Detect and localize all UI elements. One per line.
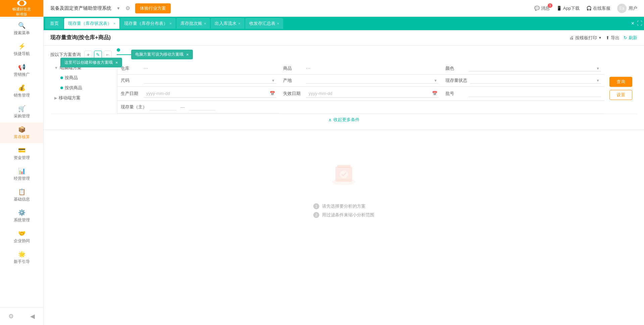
export-btn[interactable]: ⬆ 导出 (606, 35, 620, 41)
tab-batch-ledger[interactable]: 库存批次账 × (176, 18, 210, 29)
refresh-btn[interactable]: ↻ 刷新 (624, 35, 637, 41)
prod-date-input[interactable] (145, 90, 270, 97)
form-cell-size: 尺码 ▼ (117, 75, 280, 87)
sidebar-item-sales[interactable]: 💰 销售管理 (0, 81, 43, 102)
tooltip-desktop-close[interactable]: × (186, 52, 189, 57)
quick-nav-icon: ⚡ (18, 43, 25, 50)
sidebar-item-system-label: 系统管理 (14, 217, 30, 223)
logo-title: 畅通好生意 (12, 7, 31, 12)
sidebar-item-search[interactable]: 🔍 搜索菜单 (0, 18, 43, 39)
sidebar-item-purchase[interactable]: 🛒 采购管理 (0, 102, 43, 122)
tab-inout-flow-label: 出入库流水 (215, 20, 236, 26)
svg-rect-3 (337, 165, 351, 168)
page-content: 现存量查询(按仓库+商品) 🖨 按模板打印 ▼ ⬆ 导出 ↻ 刷新 (44, 30, 644, 325)
expiry-date-calendar-icon[interactable]: 📅 (432, 91, 437, 96)
header-settings-icon[interactable]: ⚙ (125, 5, 130, 11)
add-scheme-btn[interactable]: + (84, 51, 92, 59)
tab-close-all-icon[interactable]: × (631, 20, 634, 26)
collapse-row[interactable]: ∧ 收起更多条件 (50, 114, 637, 125)
sales-nav-icon: 💰 (18, 84, 25, 92)
settings-icon[interactable]: ⚙ (7, 311, 15, 322)
origin-dropdown[interactable]: ▼ (306, 78, 439, 84)
system-name: 装备及固定资产辅助管理系统 (50, 5, 111, 11)
batch-label: 批号 (445, 91, 466, 97)
app-download-btn[interactable]: 📱 App下载 (556, 5, 580, 11)
form-row-1: 仓库 ··· 商品 ··· 颜色 ▼ (117, 63, 604, 75)
size-dropdown[interactable]: ▼ (144, 78, 276, 84)
tab-fullscreen-icon[interactable]: ⛶ (637, 20, 642, 26)
sidebar-item-finance-label: 资金管理 (14, 155, 30, 161)
tab-inout-flow-close[interactable]: × (238, 21, 240, 25)
export-label: 导出 (611, 35, 620, 41)
sidebar-item-purchase-label: 采购管理 (14, 113, 30, 119)
goods-dots-icon[interactable]: ··· (306, 65, 310, 71)
sidebar-item-guide[interactable]: 🌟 新手引导 (0, 247, 43, 268)
scheme-mobile-group[interactable]: ▶ 移动端方案 (50, 93, 117, 103)
filter-label: 按以下方案查询 (50, 52, 81, 58)
tab-inventory-status-close[interactable]: × (113, 21, 115, 25)
expiry-date-input-wrap[interactable]: 📅 (306, 90, 439, 98)
sidebar-item-system[interactable]: ⚙️ 系统管理 (0, 206, 43, 226)
tab-inventory-status[interactable]: 现存量（库存状况表） × (64, 18, 119, 29)
tab-receive-summary[interactable]: 收发存汇总表 × (245, 18, 283, 29)
tab-home[interactable]: 首页 (45, 18, 63, 29)
expiry-date-input[interactable] (307, 90, 432, 97)
sidebar: 畅通好生意 标准版 🔍 搜索菜单 ⚡ 快捷导航 📢 营销推广 💰 销售管理 🛒 … (0, 0, 44, 325)
tab-inventory-dist-close[interactable]: × (169, 21, 171, 25)
sidebar-item-quick[interactable]: ⚡ 快捷导航 (0, 39, 43, 60)
tab-inventory-status-label: 现存量（库存状况表） (68, 20, 112, 26)
sidebar-item-operations[interactable]: 📊 经营管理 (0, 164, 43, 185)
sidebar-item-inventory-label: 库存核算 (14, 134, 30, 140)
scheme-item-by-supplier-goods[interactable]: 按供商品 (50, 83, 117, 93)
svg-point-4 (340, 170, 348, 178)
search-btn[interactable]: 查询 (609, 77, 632, 87)
reset-btn[interactable]: 设置 (609, 90, 632, 100)
filter-body: 这里可以创建和修改方案哦 × ▼ 电脑端方案 按商品 (50, 63, 637, 114)
tab-batch-ledger-close[interactable]: × (204, 21, 206, 25)
refresh-label: 刷新 (629, 35, 637, 41)
prod-date-input-wrap[interactable]: 📅 (144, 90, 276, 98)
color-dropdown[interactable]: ▼ (468, 66, 601, 71)
tab-batch-ledger-label: 库存批次账 (180, 20, 202, 26)
form-cell-stock-main: 现存量（主） — (117, 101, 280, 113)
user-area[interactable]: Ea 用户 (617, 4, 637, 13)
sidebar-item-basic[interactable]: 📋 基础信息 (0, 185, 43, 206)
logo-icon (17, 0, 26, 6)
collapse-sidebar-icon[interactable]: ◀ (29, 311, 37, 322)
page-actions: 🖨 按模板打印 ▼ ⬆ 导出 ↻ 刷新 (570, 35, 637, 41)
sidebar-item-inventory[interactable]: 📦 库存核算 (0, 122, 43, 143)
sidebar-item-guide-label: 新手引导 (14, 259, 30, 265)
stock-main-from-input[interactable] (150, 104, 176, 110)
sidebar-item-enterprise[interactable]: 🤝 企业协同 (0, 226, 43, 247)
system-dropdown-icon[interactable]: ▼ (116, 6, 120, 11)
tab-inout-flow[interactable]: 出入库流水 × (211, 18, 244, 29)
empty-state: 1 请先选择要分析的方案 2 用过滤条件来缩小分析范围 (44, 130, 644, 245)
prod-date-calendar-icon[interactable]: 📅 (270, 91, 275, 96)
filter-form: 仓库 ··· 商品 ··· 颜色 ▼ (117, 63, 604, 114)
tooltip-create-scheme-close[interactable]: × (115, 60, 118, 65)
headset-icon: 🎧 (586, 6, 592, 11)
tab-receive-summary-close[interactable]: × (277, 21, 279, 25)
warehouse-dots-icon[interactable]: ··· (144, 65, 148, 71)
batch-input[interactable] (468, 90, 601, 97)
sidebar-item-finance[interactable]: 💳 资金管理 (0, 143, 43, 164)
back-icon: ← (105, 52, 110, 57)
back-scheme-btn[interactable]: ← (104, 51, 112, 59)
notification-btn[interactable]: 💬 消息 9 (534, 5, 550, 11)
online-service-btn[interactable]: 🎧 在线客服 (586, 5, 610, 11)
stock-status-dropdown[interactable]: ▼ (470, 78, 601, 84)
origin-label: 产地 (283, 77, 303, 84)
form-row-3: 生产日期 📅 失效日期 📅 (117, 87, 604, 101)
stock-main-to-input[interactable] (189, 104, 216, 110)
print-template-btn[interactable]: 🖨 按模板打印 ▼ (570, 35, 602, 41)
sidebar-item-enterprise-label: 企业协同 (14, 238, 30, 244)
filter-right-actions: 查询 设置 (604, 63, 637, 114)
tab-inventory-dist[interactable]: 现存量（库存分布表） × (120, 18, 175, 29)
industry-btn[interactable]: 体验行业方案 (135, 3, 171, 13)
scheme-item-by-goods[interactable]: 按商品 (50, 73, 117, 83)
top-header: 装备及固定资产辅助管理系统 ▼ ⚙ 体验行业方案 💬 消息 9 📱 App下载 … (44, 0, 644, 17)
size-label: 尺码 (121, 77, 141, 84)
sidebar-item-marketing[interactable]: 📢 营销推广 (0, 60, 43, 81)
edit-scheme-btn[interactable]: ✎ (94, 51, 102, 59)
collapse-label: 收起更多条件 (333, 117, 360, 123)
